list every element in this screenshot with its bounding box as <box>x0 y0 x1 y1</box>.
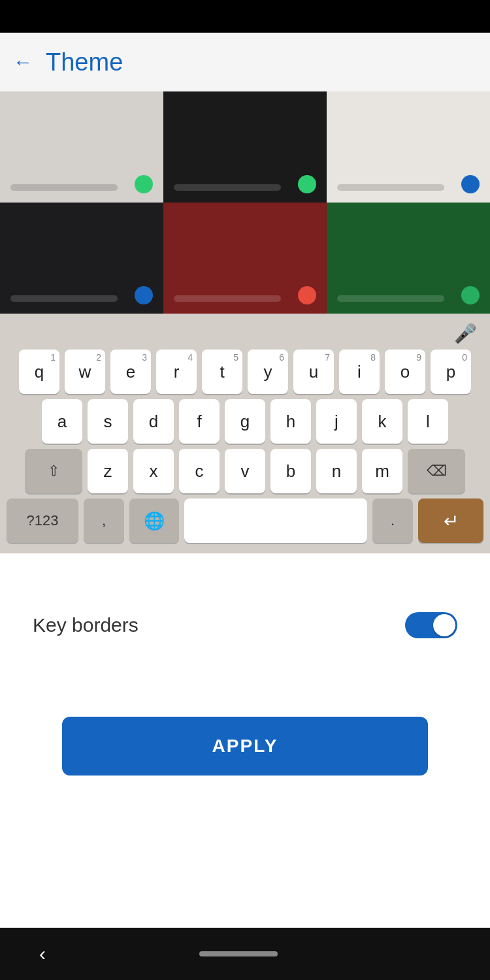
key-v[interactable]: v <box>225 449 265 493</box>
key-borders-toggle[interactable] <box>405 612 457 638</box>
key-space[interactable] <box>184 498 367 543</box>
key-o[interactable]: o9 <box>385 350 425 394</box>
key-backspace[interactable]: ⌫ <box>408 449 465 493</box>
header: ← Theme <box>0 33 490 91</box>
key-period[interactable]: . <box>372 498 413 543</box>
key-p[interactable]: p0 <box>431 350 471 394</box>
key-u[interactable]: u7 <box>293 350 334 394</box>
key-row-4: ?123 , 🌐 . ↵ <box>5 498 485 543</box>
spacer <box>0 553 490 593</box>
key-row-1: q1 w2 e3 r4 t5 y6 u7 i8 o9 p0 <box>5 350 485 394</box>
theme-bar <box>337 295 444 302</box>
theme-bar <box>10 295 118 302</box>
key-numbers[interactable]: ?123 <box>7 498 78 543</box>
key-s[interactable]: s <box>88 399 128 444</box>
apply-button[interactable]: APPLY <box>62 717 428 776</box>
key-w[interactable]: w2 <box>65 350 105 394</box>
toggle-knob <box>433 614 455 636</box>
status-bar-top <box>0 0 490 33</box>
theme-bar <box>174 295 281 302</box>
mic-icon[interactable]: 🎤 <box>454 323 477 344</box>
key-b[interactable]: b <box>270 449 311 493</box>
theme-grid <box>0 91 490 314</box>
key-j[interactable]: j <box>316 399 357 444</box>
key-borders-row: Key borders <box>0 593 490 658</box>
key-k[interactable]: k <box>362 399 402 444</box>
theme-card-red[interactable] <box>163 203 327 314</box>
key-globe[interactable]: 🌐 <box>129 498 179 543</box>
bottom-back-button[interactable]: ‹ <box>39 943 46 965</box>
keyboard-top-row: 🎤 <box>5 320 485 350</box>
theme-card-light[interactable] <box>0 91 163 203</box>
theme-dot-light <box>135 175 153 193</box>
key-a[interactable]: a <box>42 399 82 444</box>
key-z[interactable]: z <box>88 449 128 493</box>
spacer2 <box>0 658 490 697</box>
theme-card-system[interactable] <box>327 91 490 203</box>
key-shift[interactable]: ⇧ <box>25 449 82 493</box>
key-c[interactable]: c <box>179 449 220 493</box>
back-button[interactable]: ← <box>13 51 33 73</box>
key-x[interactable]: x <box>133 449 174 493</box>
key-enter[interactable]: ↵ <box>418 498 483 543</box>
key-d[interactable]: d <box>133 399 174 444</box>
theme-card-dark[interactable] <box>163 91 327 203</box>
apply-section: APPLY <box>0 697 490 808</box>
bottom-nav: ‹ <box>0 928 490 980</box>
key-borders-label: Key borders <box>33 614 139 636</box>
theme-bar <box>174 184 281 191</box>
theme-dot-red <box>298 286 316 304</box>
key-i[interactable]: i8 <box>339 350 380 394</box>
theme-dot-green <box>461 286 480 304</box>
key-q[interactable]: q1 <box>19 350 59 394</box>
theme-card-amoled[interactable] <box>0 203 163 314</box>
theme-dot-dark <box>298 175 316 193</box>
key-row-2: a s d f g h j k l <box>5 399 485 444</box>
key-f[interactable]: f <box>179 399 220 444</box>
theme-card-green[interactable] <box>327 203 490 314</box>
key-m[interactable]: m <box>362 449 402 493</box>
key-row-3: ⇧ z x c v b n m ⌫ <box>5 449 485 493</box>
key-y[interactable]: y6 <box>248 350 288 394</box>
key-h[interactable]: h <box>270 399 311 444</box>
bottom-home-pill[interactable] <box>199 951 278 956</box>
theme-dot-amoled <box>135 286 153 304</box>
theme-dot-system <box>461 175 480 193</box>
key-e[interactable]: e3 <box>110 350 151 394</box>
key-t[interactable]: t5 <box>202 350 242 394</box>
theme-bar <box>337 184 444 191</box>
key-comma[interactable]: , <box>84 498 124 543</box>
key-r[interactable]: r4 <box>156 350 197 394</box>
theme-bar <box>10 184 118 191</box>
page-title: Theme <box>46 48 123 76</box>
key-l[interactable]: l <box>408 399 448 444</box>
keyboard: 🎤 q1 w2 e3 r4 t5 y6 u7 i8 o9 p0 a s d f … <box>0 314 490 553</box>
key-n[interactable]: n <box>316 449 357 493</box>
key-g[interactable]: g <box>225 399 265 444</box>
